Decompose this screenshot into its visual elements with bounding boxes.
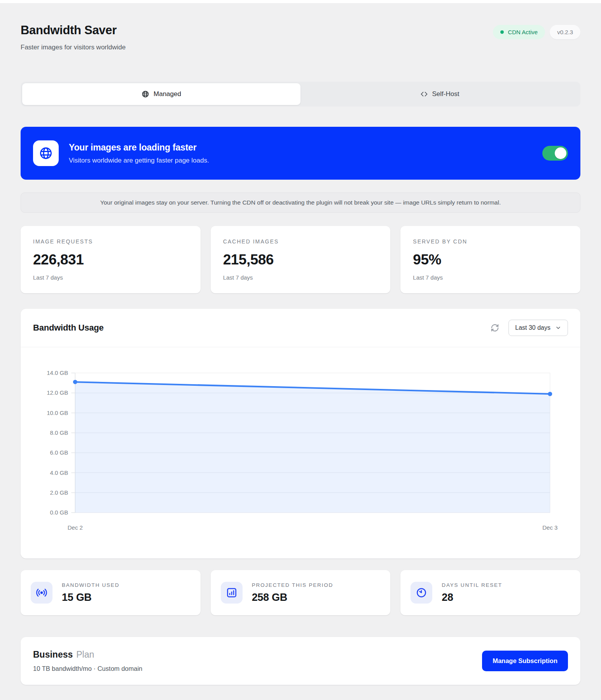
cdn-active-banner: Your images are loading faster Visitors … — [21, 127, 580, 180]
clock-tile — [411, 582, 432, 604]
tab-managed[interactable]: Managed — [22, 83, 300, 105]
version-badge: v0.2.3 — [550, 25, 580, 39]
svg-text:2.0 GB: 2.0 GB — [50, 489, 68, 496]
usage-row: BANDWIDTH USED 15 GB PROJECTED THIS PERI… — [21, 570, 580, 615]
stat-value: 215,586 — [223, 252, 378, 268]
safety-notice: Your original images stay on your server… — [21, 192, 580, 213]
page-title: Bandwidth Saver — [21, 23, 126, 37]
page-subtitle: Faster images for visitors worldwide — [21, 44, 126, 51]
svg-text:0.0 GB: 0.0 GB — [50, 509, 68, 516]
radio-waves-tile — [31, 582, 52, 604]
plan-title: BusinessPlan — [33, 649, 142, 660]
cdn-status-label: CDN Active — [508, 29, 538, 35]
status-dot-icon — [500, 30, 504, 34]
stat-card-cached-images: CACHED IMAGES 215,586 Last 7 days — [211, 226, 391, 293]
banner-title: Your images are loading faster — [69, 142, 209, 153]
plan-details: 10 TB bandwidth/mo · Custom domain — [33, 665, 142, 672]
refresh-button[interactable] — [489, 322, 501, 334]
usage-label: DAYS UNTIL RESET — [442, 582, 502, 588]
stats-row: IMAGE REQUESTS 226,831 Last 7 days CACHE… — [21, 226, 580, 293]
globe-icon — [39, 146, 53, 160]
tab-managed-label: Managed — [154, 90, 181, 98]
stat-value: 226,831 — [33, 252, 188, 268]
clock-icon — [416, 587, 427, 598]
date-range-value: Last 30 days — [515, 324, 550, 331]
svg-text:4.0 GB: 4.0 GB — [50, 469, 68, 476]
bar-chart-tile — [221, 582, 243, 604]
plan-type: Plan — [76, 649, 94, 660]
svg-text:14.0 GB: 14.0 GB — [47, 369, 68, 376]
plan-card: BusinessPlan 10 TB bandwidth/mo · Custom… — [21, 637, 580, 685]
toggle-knob — [555, 147, 566, 159]
usage-label: PROJECTED THIS PERIOD — [252, 582, 333, 588]
chevron-down-icon — [555, 325, 561, 331]
header-badges: CDN Active v0.2.3 — [493, 25, 580, 39]
chart-title: Bandwidth Usage — [33, 323, 104, 333]
refresh-icon — [491, 324, 499, 332]
usage-card-days-until-reset: DAYS UNTIL RESET 28 — [400, 570, 580, 615]
stat-label: IMAGE REQUESTS — [33, 238, 188, 245]
usage-value: 15 GB — [62, 592, 119, 604]
svg-text:Dec 3: Dec 3 — [542, 524, 557, 531]
bar-chart-icon — [226, 587, 238, 598]
page-container: Bandwidth Saver Faster images for visito… — [21, 23, 580, 685]
usage-card-projected: PROJECTED THIS PERIOD 258 GB — [211, 570, 391, 615]
bandwidth-usage-card: Bandwidth Usage Last 30 days — [21, 309, 580, 558]
stat-label: CACHED IMAGES — [223, 238, 378, 245]
usage-value: 258 GB — [252, 592, 333, 604]
svg-text:6.0 GB: 6.0 GB — [50, 449, 68, 456]
mode-tabs: Managed Self-Host — [21, 82, 580, 107]
tab-self-host[interactable]: Self-Host — [300, 83, 579, 105]
svg-text:12.0 GB: 12.0 GB — [47, 389, 68, 396]
top-edge-strip — [0, 0, 601, 3]
chart-body: 0.0 GB2.0 GB4.0 GB6.0 GB8.0 GB10.0 GB12.… — [21, 347, 580, 558]
tab-self-host-label: Self-Host — [432, 90, 459, 98]
date-range-select[interactable]: Last 30 days — [508, 320, 568, 336]
bandwidth-usage-chart: 0.0 GB2.0 GB4.0 GB6.0 GB8.0 GB10.0 GB12.… — [31, 357, 570, 551]
usage-value: 28 — [442, 592, 502, 604]
svg-text:Dec 2: Dec 2 — [68, 524, 83, 531]
svg-text:10.0 GB: 10.0 GB — [47, 410, 68, 416]
stat-label: SERVED BY CDN — [413, 238, 568, 245]
banner-globe-tile — [33, 140, 59, 166]
chart-controls: Last 30 days — [489, 320, 568, 336]
radio-waves-icon — [36, 587, 47, 598]
usage-label: BANDWIDTH USED — [62, 582, 119, 588]
globe-icon — [142, 90, 149, 98]
code-icon — [420, 90, 428, 98]
usage-card-bandwidth-used: BANDWIDTH USED 15 GB — [21, 570, 201, 615]
chart-header: Bandwidth Usage Last 30 days — [21, 309, 580, 347]
page-header: Bandwidth Saver Faster images for visito… — [21, 23, 580, 51]
stat-card-image-requests: IMAGE REQUESTS 226,831 Last 7 days — [21, 226, 201, 293]
stat-card-served-by-cdn: SERVED BY CDN 95% Last 7 days — [400, 226, 580, 293]
plan-name: Business — [33, 649, 73, 660]
version-label: v0.2.3 — [557, 29, 573, 35]
manage-subscription-button[interactable]: Manage Subscription — [482, 651, 568, 671]
stat-value: 95% — [413, 252, 568, 268]
cdn-toggle[interactable] — [542, 146, 568, 161]
cdn-status-badge: CDN Active — [493, 25, 545, 39]
stat-period: Last 7 days — [223, 274, 378, 281]
stat-period: Last 7 days — [413, 274, 568, 281]
banner-subtitle: Visitors worldwide are getting faster pa… — [69, 157, 209, 164]
svg-text:8.0 GB: 8.0 GB — [50, 429, 68, 436]
stat-period: Last 7 days — [33, 274, 188, 281]
